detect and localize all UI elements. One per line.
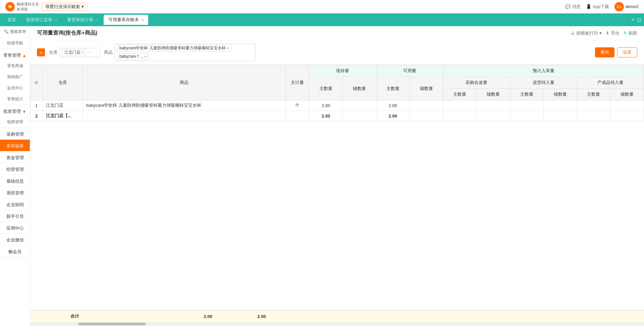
td-pur-transit-main-1 — [443, 100, 477, 111]
td-avail-sub-2 — [410, 111, 443, 121]
sidebar-quick-nav[interactable]: 快捷导航 — [0, 38, 30, 49]
th-fin-pending-sub: 辅数量 — [610, 89, 644, 100]
sidebar-item-collab[interactable]: 企业协同 — [0, 198, 30, 210]
sidebar-section-wholesale: 批发管理 ▼ 电商管理 — [0, 105, 30, 128]
warehouse-more[interactable]: ··· — [88, 50, 91, 55]
td-fin-pending-sub-1 — [610, 100, 644, 111]
td-current-main-2: 2.00 — [309, 111, 343, 121]
main-table: ⚙ 仓库 商品 主计量 现存量 可用量 预计入库量 主数量 辅数量 主数量 辅数… — [30, 65, 644, 121]
sidebar-item-inventory[interactable]: 库存核算 — [0, 140, 30, 151]
refresh-icon: ↻ — [624, 31, 627, 36]
td-pur-transit-main-2 — [443, 111, 477, 121]
tab-inventory-summary[interactable]: 收发存汇总表 × — [21, 15, 62, 25]
close-tab-2[interactable]: × — [96, 18, 98, 22]
tab-home[interactable]: 首页 — [3, 15, 21, 25]
export-btn[interactable]: ⬇ 导出 — [606, 30, 620, 36]
maximize-btn[interactable]: ⊡ — [637, 17, 641, 23]
horizontal-scrollbar[interactable] — [30, 322, 644, 326]
gear-icon[interactable]: ⚙ — [34, 80, 39, 85]
sidebar-item-operation[interactable]: 经营管理 — [0, 163, 30, 175]
settings-btn[interactable]: 设置 — [617, 47, 637, 57]
th-available-main: 主数量 — [376, 77, 410, 100]
main-layout: 🔍 搜索菜单 快捷导航 零售管理 ▲ 零售商城 营销推广 会员中心 零售统计 — [0, 26, 644, 326]
td-pur-pending-main-1 — [510, 100, 543, 111]
table-row: 2 江北门店【... 2.00 2.00 — [31, 111, 644, 121]
sidebar-search[interactable]: 🔍 搜索菜单 — [0, 26, 30, 38]
page-header: 可用量查询(按仓库+商品) 🖨 按模板打印 ▾ ⬇ 导出 ↻ 刷新 — [30, 26, 644, 40]
td-current-main-1: 2.00 — [309, 100, 343, 111]
tab-available-stock[interactable]: 可用量库存账本 × — [104, 15, 148, 25]
double-arrow-icon: » — [40, 50, 42, 55]
warehouse-filter: 仓库 江北门店 × ··· — [49, 48, 100, 57]
chevron-down-icon: ▾ — [599, 31, 602, 36]
th-pur-pending-sub: 辅数量 — [543, 89, 577, 100]
sidebar-section-collab: 企业协同 — [0, 198, 30, 210]
sidebar-item-retail-mall[interactable]: 零售商城 — [0, 60, 30, 72]
sidebar-section-wechat: 企业微信 — [0, 234, 30, 245]
close-tab-1[interactable]: × — [55, 18, 57, 22]
sidebar-item-marketing[interactable]: 营销推广 — [0, 72, 30, 83]
sidebar-item-retail-stats[interactable]: 零售统计 — [0, 94, 30, 105]
sidebar-item-wechat[interactable]: 企业微信 — [0, 234, 30, 245]
sidebar-item-members[interactable]: 会员中心 — [0, 83, 30, 94]
td-avail-sub-1 — [410, 100, 443, 111]
user-menu[interactable]: Ea demo2 — [614, 2, 639, 11]
industry-selector[interactable]: 母婴行业演示账套 ▾ — [42, 2, 88, 11]
th-warehouse: 仓库 — [43, 65, 83, 100]
sidebar-item-system[interactable]: 系统管理 — [0, 187, 30, 198]
sidebar-item-ecommerce[interactable]: 电商管理 — [0, 117, 30, 128]
filter-toggle-btn[interactable]: » — [37, 48, 45, 56]
sidebar-item-vip[interactable]: 畅会员 — [0, 245, 30, 257]
td-fin-pending-main-1 — [577, 100, 610, 111]
sidebar-item-guide[interactable]: 新手引导 — [0, 210, 30, 222]
th-product: 商品 — [83, 65, 286, 100]
sidebar-item-basic[interactable]: 基础信息 — [0, 175, 30, 186]
message-btn[interactable]: 💬 消息 — [565, 4, 581, 10]
sidebar-section-appcenter: 应用中心 — [0, 222, 30, 234]
th-unit: 主计量 — [286, 65, 309, 100]
footer-unit — [171, 314, 195, 319]
td-unit-2 — [286, 111, 309, 121]
chevron-down-icon: ▼ — [22, 109, 26, 114]
th-fin-pending-main: 主数量 — [577, 89, 610, 100]
close-tab-3[interactable]: × — [142, 18, 144, 22]
query-btn[interactable]: 查询 — [595, 47, 614, 57]
remove-warehouse-tag[interactable]: × — [82, 50, 84, 55]
th-planned-in-group: 预计入库量 — [443, 65, 644, 77]
sidebar-section-retail-header[interactable]: 零售管理 ▲ — [0, 49, 30, 60]
td-warehouse-2: 江北门店【... — [43, 111, 83, 121]
th-gear: ⚙ — [31, 65, 43, 100]
message-icon: 💬 — [565, 4, 571, 9]
print-btn[interactable]: 🖨 按模板打印 ▾ — [571, 30, 602, 36]
th-finished-pending: 产成品待入量 — [577, 77, 644, 89]
sidebar-item-appcenter[interactable]: 应用中心 — [0, 222, 30, 233]
app-download-btn[interactable]: 📱 App下载 — [586, 4, 609, 10]
th-current-main: 主数量 — [309, 77, 343, 100]
product-tags[interactable]: babycare学饮杯 儿童防摔防撞吸管杯重力球吸嘴杯宝宝水杯 × babyca… — [115, 44, 256, 61]
top-bar: 畅 畅捷通好生意 标准版 母婴行业演示账套 ▾ 💬 消息 📱 App下载 Ea … — [0, 0, 644, 13]
remove-product-tag-2[interactable]: × — [144, 54, 147, 59]
chevron-down-icon: ▾ — [82, 4, 84, 9]
td-avail-main-2: 2.00 — [376, 111, 410, 121]
td-avail-main-1: 2.00 — [376, 100, 410, 111]
export-icon: ⬇ — [606, 31, 609, 36]
close-window-btn[interactable]: × — [631, 17, 634, 23]
tab-order-stats[interactable]: 要货单统计表 × — [62, 15, 103, 25]
remove-product-tag-1[interactable]: × — [227, 46, 229, 51]
sidebar-section-operation: 经营管理 — [0, 163, 30, 175]
sidebar-section-wholesale-header[interactable]: 批发管理 ▼ — [0, 105, 30, 117]
refresh-btn[interactable]: ↻ 刷新 — [624, 30, 637, 36]
sidebar-section-vip: 畅会员 — [0, 245, 30, 257]
page-actions: 🖨 按模板打印 ▾ ⬇ 导出 ↻ 刷新 — [571, 30, 637, 36]
warehouse-tags[interactable]: 江北门店 × ··· — [60, 48, 100, 57]
warehouse-tag-jiangbei: 江北门店 × — [62, 49, 86, 56]
th-purchase-in-transit: 采购在途量 — [443, 77, 510, 89]
content-area: 可用量查询(按仓库+商品) 🖨 按模板打印 ▾ ⬇ 导出 ↻ 刷新 — [30, 26, 644, 326]
footer-avail-main: 2.00 — [248, 314, 275, 319]
scroll-thumb[interactable] — [78, 323, 146, 325]
sidebar-item-purchase[interactable]: 采购管理 — [0, 128, 30, 139]
footer-label: 合计 — [30, 313, 171, 319]
top-bar-left: 畅 畅捷通好生意 标准版 母婴行业演示账套 ▾ — [5, 2, 88, 11]
sidebar-item-finance[interactable]: 资金管理 — [0, 151, 30, 163]
sidebar-section-retail: 零售管理 ▲ 零售商城 营销推广 会员中心 零售统计 — [0, 49, 30, 105]
